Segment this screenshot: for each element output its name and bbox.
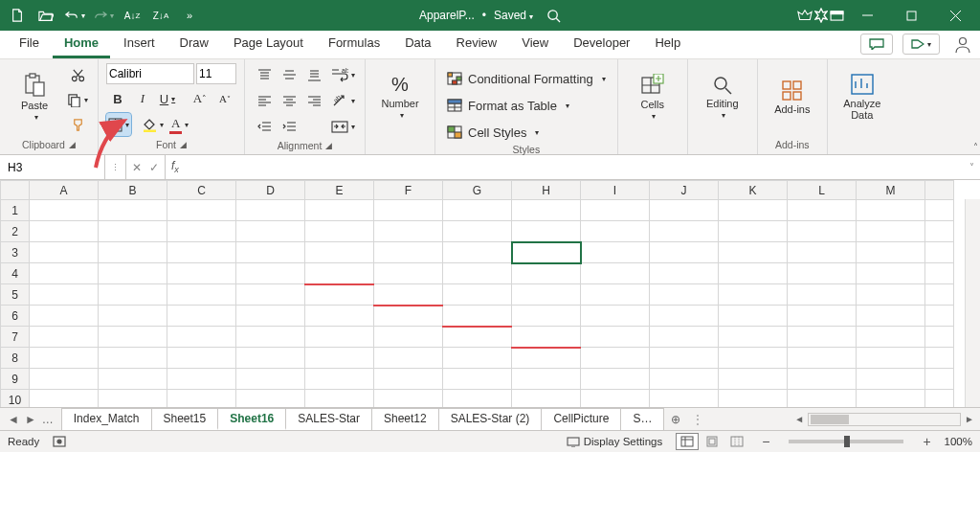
cell[interactable] — [512, 221, 581, 242]
select-all-corner[interactable] — [1, 181, 30, 200]
cell[interactable] — [788, 200, 857, 221]
cell[interactable] — [443, 390, 512, 409]
row-header[interactable]: 1 — [1, 200, 30, 221]
cell[interactable] — [99, 327, 167, 348]
merge-button[interactable] — [329, 115, 357, 138]
cell[interactable] — [305, 369, 374, 390]
font-size-combo[interactable] — [196, 63, 236, 84]
editing-button[interactable]: Editing — [696, 63, 749, 130]
cell[interactable] — [788, 369, 857, 390]
cell[interactable] — [374, 200, 443, 221]
cell[interactable] — [650, 200, 719, 221]
cell[interactable] — [788, 306, 857, 327]
cell[interactable] — [167, 327, 236, 348]
cell[interactable] — [788, 221, 857, 242]
align-middle-button[interactable] — [278, 63, 301, 86]
cell[interactable] — [719, 221, 788, 242]
sheet-tab[interactable]: CellPicture — [541, 408, 621, 430]
sort-asc-icon[interactable]: A↓Z — [119, 2, 145, 29]
cell[interactable] — [30, 263, 99, 284]
copy-button[interactable] — [65, 88, 90, 111]
align-left-button[interactable] — [253, 89, 276, 112]
macro-record-icon[interactable] — [53, 436, 66, 447]
close-button[interactable] — [934, 0, 976, 31]
cell[interactable] — [650, 242, 719, 263]
tab-page-layout[interactable]: Page Layout — [222, 30, 315, 58]
cell[interactable] — [30, 369, 99, 390]
tab-view[interactable]: View — [510, 30, 560, 58]
cell[interactable] — [581, 327, 650, 348]
cell[interactable] — [167, 200, 236, 221]
cell[interactable] — [374, 390, 443, 409]
cell[interactable] — [650, 263, 719, 284]
cell[interactable] — [305, 327, 374, 348]
align-top-button[interactable] — [253, 63, 276, 86]
cell[interactable] — [443, 348, 512, 369]
cell[interactable] — [305, 242, 374, 263]
minimize-button[interactable] — [846, 0, 888, 31]
increase-font-button[interactable]: A˄ — [189, 87, 212, 110]
cell[interactable] — [99, 200, 167, 221]
sheet-tab[interactable]: S… — [620, 408, 664, 430]
cell[interactable] — [512, 242, 581, 263]
ribbon-display-icon[interactable] — [830, 11, 844, 21]
cell[interactable] — [581, 390, 650, 409]
comments-button[interactable] — [860, 34, 893, 55]
cell[interactable] — [305, 221, 374, 242]
coming-soon-icon[interactable] — [814, 8, 828, 23]
cell[interactable] — [305, 390, 374, 409]
cell[interactable] — [788, 390, 857, 409]
qat-more-icon[interactable]: » — [176, 2, 203, 29]
cell[interactable] — [857, 369, 925, 390]
wrap-text-button[interactable]: ab — [329, 63, 357, 86]
sheet-tab[interactable]: Sheet16 — [217, 408, 286, 430]
cell[interactable] — [650, 390, 719, 409]
expand-formula-bar-icon[interactable]: ˅ — [969, 162, 974, 172]
cell[interactable] — [236, 284, 305, 306]
decrease-font-button[interactable]: A˅ — [213, 87, 236, 110]
cell[interactable] — [167, 221, 236, 242]
cell[interactable] — [374, 348, 443, 369]
share-button[interactable] — [902, 34, 940, 55]
col-header[interactable]: C — [167, 181, 236, 200]
cell[interactable] — [305, 263, 374, 284]
addins-button[interactable]: Add-ins — [766, 63, 819, 130]
new-file-icon[interactable] — [4, 2, 31, 29]
underline-button[interactable]: U — [156, 87, 179, 110]
cell[interactable] — [99, 284, 167, 306]
cell[interactable] — [650, 369, 719, 390]
account-icon[interactable] — [953, 34, 972, 54]
cancel-formula-icon[interactable]: ✕ — [132, 161, 142, 174]
name-box[interactable] — [0, 155, 105, 179]
row-header[interactable]: 4 — [1, 263, 30, 284]
cell[interactable] — [443, 369, 512, 390]
hscroll-right-icon[interactable]: ► — [965, 414, 974, 424]
cell[interactable] — [167, 348, 236, 369]
row-header[interactable]: 10 — [1, 390, 30, 409]
cell[interactable] — [443, 306, 512, 327]
cell[interactable] — [167, 284, 236, 306]
fill-color-button[interactable] — [141, 113, 166, 136]
col-header[interactable]: M — [857, 181, 925, 200]
cell[interactable] — [443, 200, 512, 221]
cell[interactable] — [512, 348, 581, 369]
conditional-formatting-button[interactable]: Conditional Formatting — [443, 67, 610, 90]
cell[interactable] — [305, 200, 374, 221]
decrease-indent-button[interactable] — [253, 115, 276, 138]
cell[interactable] — [374, 369, 443, 390]
cell[interactable] — [99, 242, 167, 263]
cell[interactable] — [857, 390, 925, 409]
tab-insert[interactable]: Insert — [112, 30, 167, 58]
cell[interactable] — [581, 242, 650, 263]
cell[interactable] — [857, 263, 925, 284]
cell[interactable] — [719, 306, 788, 327]
cell[interactable] — [512, 284, 581, 306]
cell[interactable] — [167, 306, 236, 327]
cell[interactable] — [99, 369, 167, 390]
format-as-table-button[interactable]: Format as Table — [443, 94, 573, 117]
cell[interactable] — [788, 284, 857, 306]
cell[interactable] — [443, 327, 512, 348]
cell[interactable] — [30, 284, 99, 306]
tab-file[interactable]: File — [8, 30, 51, 58]
new-sheet-button[interactable]: ⊕ — [663, 413, 688, 426]
